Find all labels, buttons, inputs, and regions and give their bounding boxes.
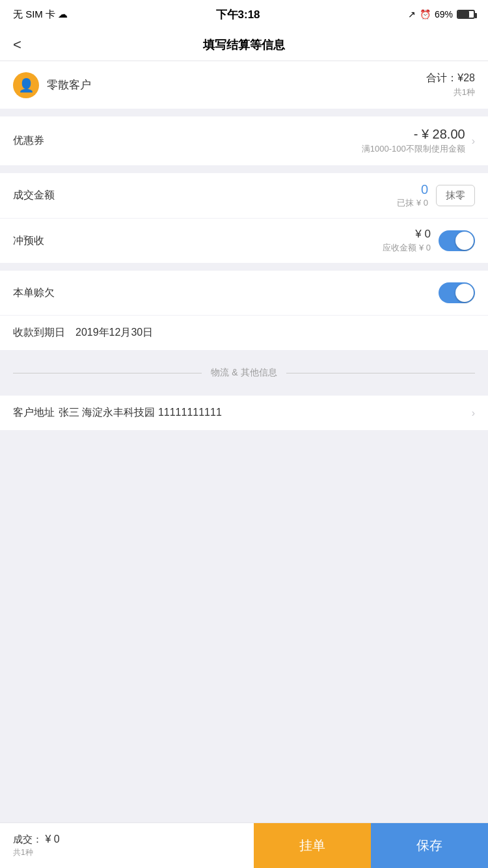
sim-status: 无 SIM 卡 ☁ (13, 8, 68, 21)
address-label: 客户地址 (13, 406, 59, 420)
bottom-bar: 成交： ¥ 0 共1种 挂单 保存 (0, 822, 488, 868)
save-button[interactable]: 保存 (371, 823, 488, 868)
debt-row: 本单赊欠 (0, 271, 488, 315)
round-button[interactable]: 抹零 (436, 185, 475, 206)
gap-3 (0, 263, 488, 271)
coupon-desc: 满1000-100不限制使用金额 (362, 143, 465, 155)
customer-section: 👤 零散客户 合计：¥28 共1种 (0, 61, 488, 109)
status-left: 无 SIM 卡 ☁ (13, 8, 68, 21)
nav-bar: < 填写结算等信息 (0, 29, 488, 61)
debt-toggle[interactable] (439, 282, 475, 303)
gap-2 (0, 165, 488, 173)
due-date-label: 收款到期日 (13, 326, 65, 340)
due-date-value: 2019年12月30日 (75, 326, 153, 340)
debt-label: 本单赊欠 (13, 286, 55, 300)
gap-1 (0, 109, 488, 116)
status-time: 下午3:18 (216, 7, 260, 22)
divider-section: 物流 & 其他信息 (0, 358, 488, 388)
customer-right: 合计：¥28 共1种 (426, 72, 475, 98)
battery-icon (457, 10, 475, 19)
divider-text: 物流 & 其他信息 (211, 367, 277, 379)
transaction-right: 0 已抹 ¥ 0 抹零 (397, 182, 475, 209)
toggle-knob (455, 232, 474, 250)
coupon-section: 优惠券 - ¥ 28.00 满1000-100不限制使用金额 › (0, 116, 488, 165)
transaction-label: 成交金额 (13, 189, 55, 202)
address-chevron-icon: › (472, 407, 475, 419)
customer-count: 共1种 (426, 87, 475, 98)
content-area: 👤 零散客户 合计：¥28 共1种 优惠券 - ¥ 28.00 满1000-10… (0, 61, 488, 476)
customer-total: 合计：¥28 (426, 72, 475, 85)
transaction-row: 成交金额 0 已抹 ¥ 0 抹零 (0, 173, 488, 218)
status-bar: 无 SIM 卡 ☁ 下午3:18 ↗ ⏰ 69% (0, 0, 488, 29)
gap-4 (0, 350, 488, 358)
due-date-row: 收款到期日 2019年12月30日 (0, 315, 488, 350)
advance-label: 冲预收 (13, 234, 44, 248)
avatar-icon: 👤 (18, 77, 34, 93)
divider-line-right (286, 373, 475, 373)
page-title: 填写结算等信息 (203, 37, 285, 53)
divider-line-left (13, 373, 202, 373)
already-rounded: 已抹 ¥ 0 (397, 197, 428, 209)
bottom-deal-label: 成交： (13, 834, 42, 845)
battery-percent: 69% (435, 9, 453, 20)
avatar: 👤 (13, 72, 39, 98)
bottom-count: 共1种 (13, 847, 241, 858)
pending-button[interactable]: 挂单 (254, 823, 371, 868)
coupon-chevron-icon: › (472, 135, 475, 147)
advance-main: ¥ 0 (383, 228, 431, 241)
gap-5 (0, 388, 488, 396)
advance-row: 冲预收 ¥ 0 应收金额 ¥ 0 (0, 218, 488, 263)
address-section: 客户地址 张三 海淀永丰科技园 11111111111 › (0, 396, 488, 430)
debt-toggle-knob (455, 284, 474, 302)
customer-left: 👤 零散客户 (13, 72, 91, 98)
bottom-deal-row: 成交： ¥ 0 (13, 834, 241, 846)
coupon-label: 优惠券 (13, 134, 44, 148)
customer-name: 零散客户 (47, 77, 91, 92)
customer-row: 👤 零散客户 合计：¥28 共1种 (0, 61, 488, 109)
bottom-summary: 成交： ¥ 0 共1种 (0, 823, 254, 868)
location-icon: ↗ (408, 9, 416, 20)
debt-section: 本单赊欠 收款到期日 2019年12月30日 (0, 271, 488, 350)
status-right: ↗ ⏰ 69% (408, 9, 475, 20)
advance-sub: 应收金额 ¥ 0 (383, 242, 431, 254)
address-row[interactable]: 客户地址 张三 海淀永丰科技园 11111111111 › (0, 396, 488, 430)
bottom-deal-amount: ¥ 0 (45, 834, 59, 845)
coupon-row[interactable]: 优惠券 - ¥ 28.00 满1000-100不限制使用金额 › (0, 116, 488, 165)
advance-amounts: ¥ 0 应收金额 ¥ 0 (383, 228, 431, 254)
coupon-amount: - ¥ 28.00 (362, 127, 465, 142)
transaction-section: 成交金额 0 已抹 ¥ 0 抹零 冲预收 ¥ 0 应收金额 ¥ 0 (0, 173, 488, 263)
advance-toggle[interactable] (439, 230, 475, 251)
back-button[interactable]: < (13, 36, 21, 53)
transaction-value: 0 (397, 182, 428, 197)
alarm-icon: ⏰ (420, 9, 431, 20)
advance-right: ¥ 0 应收金额 ¥ 0 (383, 228, 475, 254)
address-value: 张三 海淀永丰科技园 11111111111 (59, 406, 472, 420)
coupon-right: - ¥ 28.00 满1000-100不限制使用金额 › (362, 127, 475, 155)
